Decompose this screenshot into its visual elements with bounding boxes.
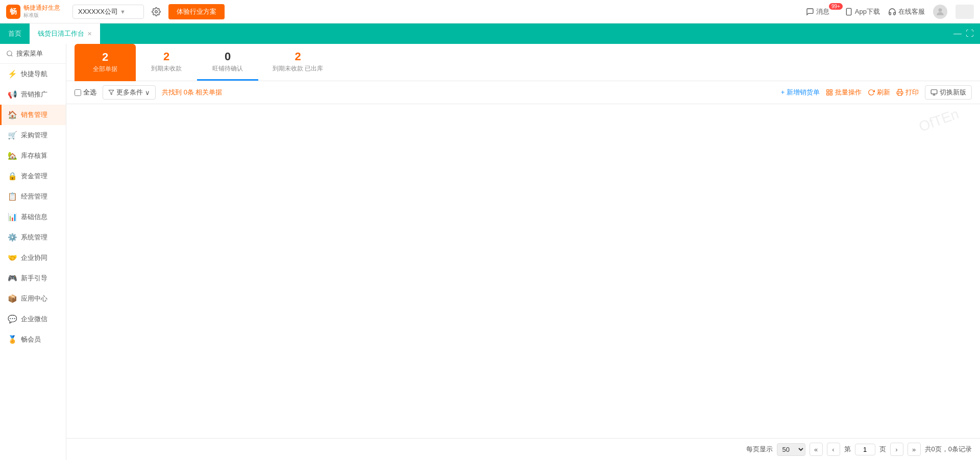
message-btn[interactable]: 消息 99+ — [806, 7, 837, 16]
sidebar-search[interactable]: 搜索菜单 — [0, 44, 66, 64]
stats-tab-overdue[interactable]: 2 到期未收款 — [136, 44, 197, 81]
online-service-label: 在线客服 — [898, 7, 925, 16]
sidebar-item-sales[interactable]: 🏠 销售管理 — [0, 105, 66, 125]
stats-tabs: 2 全部单据 2 到期未收款 0 旺铺待确认 2 到期未收款 已出库 — [66, 44, 980, 81]
switch-version-button[interactable]: 切换新版 — [925, 85, 972, 100]
sidebar-item-system[interactable]: ⚙️ 系统管理 — [0, 227, 66, 248]
add-sale-button[interactable]: + 新增销货单 — [781, 88, 820, 97]
related-text: 相关单据 — [195, 88, 222, 96]
settings-icon[interactable] — [148, 4, 164, 20]
stats-tab-wangpu[interactable]: 0 旺铺待确认 — [197, 44, 258, 81]
svg-point-0 — [155, 10, 158, 13]
last-page-btn[interactable]: » — [908, 443, 921, 456]
found-text: 共找到 — [162, 88, 182, 96]
svg-rect-11 — [898, 93, 902, 95]
header-right: 消息 99+ App下载 在线客服 — [806, 5, 974, 19]
select-all-area[interactable]: 全选 — [75, 88, 96, 97]
sidebar-item-wechat[interactable]: 💬 企业微信 — [0, 309, 66, 329]
stats-tab-all[interactable]: 2 全部单据 — [75, 44, 136, 81]
per-page-label: 每页显示 — [746, 445, 773, 454]
app-name: 畅捷通好生意 — [23, 4, 60, 12]
app-download-btn[interactable]: App下载 — [845, 7, 880, 16]
svg-rect-7 — [827, 90, 829, 92]
trial-button[interactable]: 体验行业方案 — [168, 4, 225, 19]
sidebar-item-label: 畅会员 — [21, 335, 41, 344]
cooperation-icon: 🤝 — [8, 253, 17, 262]
svg-rect-9 — [827, 93, 829, 95]
inventory-icon: 🏡 — [8, 151, 17, 160]
watermark: OfTEn — [917, 106, 961, 135]
sidebar-item-label: 应用中心 — [21, 294, 47, 303]
sidebar-item-label: 企业协同 — [21, 253, 47, 262]
stats-label-all: 全部单据 — [93, 65, 117, 74]
system-icon: ⚙️ — [8, 233, 17, 242]
logo-text-area: 畅捷通好生意 标准版 — [23, 4, 60, 19]
per-page-select[interactable]: 50 100 200 — [777, 443, 805, 456]
guide-icon: 🎮 — [8, 274, 17, 283]
next-page-btn[interactable]: › — [890, 443, 903, 456]
tab-minimize-icon[interactable]: — — [953, 29, 962, 38]
stats-tab-shipped[interactable]: 2 到期未收款 已出库 — [258, 44, 337, 81]
sidebar: 搜索菜单 ⚡ 快捷导航 📢 营销推广 🏠 销售管理 🛒 采购管理 🏡 库存核算 … — [0, 44, 66, 460]
basic-info-icon: 📊 — [8, 212, 17, 222]
wechat-icon: 💬 — [8, 314, 17, 324]
member-icon: 🏅 — [8, 335, 17, 344]
finance-icon: 🔒 — [8, 172, 17, 181]
select-all-checkbox[interactable] — [75, 89, 81, 96]
logo-icon: 畅 — [6, 5, 20, 19]
current-page-input[interactable] — [855, 444, 875, 455]
svg-rect-10 — [830, 93, 832, 95]
found-count: 0条 — [184, 88, 194, 96]
app-badge: 标准版 — [23, 12, 60, 19]
online-service-btn[interactable]: 在线客服 — [888, 7, 925, 16]
sidebar-item-guide[interactable]: 🎮 新手引导 — [0, 268, 66, 288]
chevron-down-icon: ▼ — [120, 9, 126, 15]
sidebar-item-inventory[interactable]: 🏡 库存核算 — [0, 146, 66, 166]
main-layout: 搜索菜单 ⚡ 快捷导航 📢 营销推广 🏠 销售管理 🛒 采购管理 🏡 库存核算 … — [0, 44, 980, 460]
company-selector[interactable]: XXXXXX公司 ▼ — [72, 5, 144, 19]
app-center-icon: 📦 — [8, 294, 17, 303]
sidebar-item-quick-nav[interactable]: ⚡ 快捷导航 — [0, 64, 66, 84]
sidebar-item-label: 新手引导 — [21, 274, 47, 283]
svg-rect-8 — [830, 90, 832, 92]
filter-button[interactable]: 更多条件 ∨ — [103, 85, 156, 100]
sidebar-item-marketing[interactable]: 📢 营销推广 — [0, 84, 66, 105]
message-label: 消息 — [816, 7, 829, 16]
username-area[interactable] — [955, 5, 974, 19]
batch-btn-label: 批量操作 — [835, 88, 862, 97]
toolbar-right: + 新增销货单 批量操作 刷新 打印 切换新版 — [781, 85, 972, 100]
table-area: OfTEn — [66, 104, 980, 438]
svg-line-5 — [11, 55, 13, 57]
print-btn-label: 打印 — [905, 88, 919, 97]
app-download-label: App下载 — [855, 7, 880, 16]
company-name: XXXXXX公司 — [78, 7, 118, 16]
sidebar-item-purchase[interactable]: 🛒 采购管理 — [0, 125, 66, 146]
avatar[interactable] — [933, 5, 947, 19]
sidebar-item-app-center[interactable]: 📦 应用中心 — [0, 288, 66, 309]
select-all-label: 全选 — [83, 88, 96, 97]
prev-page-btn[interactable]: ‹ — [827, 443, 840, 456]
stats-count-wangpu: 0 — [225, 50, 231, 63]
tab-home[interactable]: 首页 — [0, 23, 30, 44]
logo-area: 畅 畅捷通好生意 标准版 — [6, 4, 72, 19]
purchase-icon: 🛒 — [8, 131, 17, 140]
print-button[interactable]: 打印 — [896, 88, 919, 97]
batch-operation-button[interactable]: 批量操作 — [826, 88, 862, 97]
stats-label-shipped: 到期未收款 已出库 — [273, 64, 323, 73]
filter-label: 更多条件 — [116, 88, 143, 97]
stats-count-shipped: 2 — [295, 50, 301, 63]
sidebar-item-member[interactable]: 🏅 畅会员 — [0, 329, 66, 350]
sidebar-item-basic-info[interactable]: 📊 基础信息 — [0, 207, 66, 227]
refresh-button[interactable]: 刷新 — [868, 88, 890, 97]
switch-btn-label: 切换新版 — [940, 88, 966, 97]
sidebar-item-operations[interactable]: 📋 经营管理 — [0, 186, 66, 207]
first-page-btn[interactable]: « — [810, 443, 823, 456]
svg-point-3 — [939, 8, 942, 12]
svg-rect-12 — [931, 90, 937, 94]
tab-workbench[interactable]: 钱货日清工作台 ✕ — [30, 23, 100, 44]
sidebar-item-finance[interactable]: 🔒 资金管理 — [0, 166, 66, 186]
tab-maximize-icon[interactable]: ⛶ — [966, 29, 974, 38]
tab-close-icon[interactable]: ✕ — [87, 31, 92, 37]
sidebar-item-cooperation[interactable]: 🤝 企业协同 — [0, 248, 66, 268]
toolbar: 全选 更多条件 ∨ 共找到 0条 相关单据 + 新增销货单 批量操作 — [66, 81, 980, 104]
